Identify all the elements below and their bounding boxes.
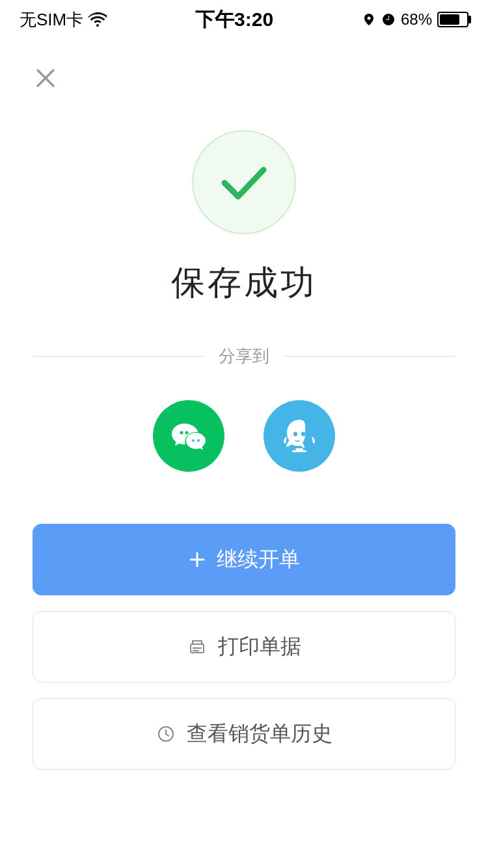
svg-rect-12 [193,650,199,651]
share-divider: 分享到 [33,345,455,368]
svg-rect-13 [193,640,202,641]
share-icons-row [153,400,335,472]
status-bar: 无SIM卡 下午3:20 68% [0,0,488,39]
share-label: 分享到 [206,345,282,368]
print-button[interactable]: 打印单据 [33,611,455,683]
svg-rect-11 [193,647,202,649]
success-title: 保存成功 [171,260,317,306]
location-icon [362,12,376,27]
svg-point-3 [185,431,189,435]
history-icon [156,724,176,744]
svg-point-6 [293,432,297,437]
plus-icon [188,550,206,569]
svg-point-4 [192,439,195,442]
qq-share-button[interactable] [264,400,335,472]
svg-point-7 [301,432,305,437]
status-carrier: 无SIM卡 [20,8,107,31]
success-icon-circle [192,130,296,234]
svg-point-2 [180,431,183,435]
close-button[interactable] [26,59,65,98]
view-history-button[interactable]: 查看销货单历史 [33,698,455,770]
checkmark-icon [215,153,273,211]
printer-icon [187,636,208,657]
qq-icon [278,414,321,457]
wechat-icon [167,418,210,454]
wechat-share-button[interactable] [153,400,224,472]
battery-indicator [437,12,468,27]
alarm-icon [381,12,396,27]
continue-order-button[interactable]: 继续开单 [33,524,455,595]
status-time: 下午3:20 [195,7,273,33]
svg-rect-8 [295,448,303,450]
wifi-icon [88,12,107,27]
svg-rect-9 [292,450,306,452]
status-icons: 68% [362,10,468,29]
svg-point-5 [197,439,200,442]
main-content: 保存成功 分享到 [0,98,488,868]
